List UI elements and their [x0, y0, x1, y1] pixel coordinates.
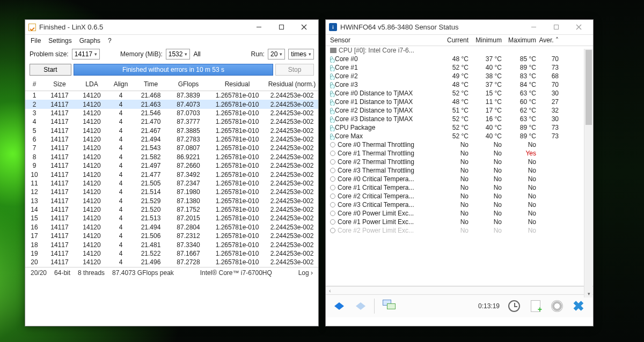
- linx-column-header[interactable]: #: [25, 79, 43, 91]
- sensor-row[interactable]: Core #348 °C37 °C84 °C70: [326, 80, 593, 89]
- minimize-button[interactable]: [247, 21, 270, 33]
- problem-size-combo[interactable]: 14117▾: [72, 49, 100, 60]
- scrollbar-thumb[interactable]: [586, 50, 592, 125]
- table-row[interactable]: 191411714120421.52287.16671.265781e-0102…: [25, 249, 318, 258]
- scroll-left-icon[interactable]: ‹: [329, 287, 331, 294]
- log-button[interactable]: [526, 298, 545, 314]
- hwinfo-column-header[interactable]: Current: [437, 36, 469, 44]
- menu-settings[interactable]: Settings: [48, 37, 71, 44]
- hwinfo-hscroll[interactable]: ‹ ›: [326, 286, 593, 294]
- table-row[interactable]: 151411714120421.51387.20151.265781e-0102…: [25, 214, 318, 222]
- sensor-maximum: 89 °C: [502, 64, 536, 71]
- thermometer-icon: [330, 116, 333, 122]
- close-button[interactable]: [567, 21, 590, 33]
- menu-graphs[interactable]: Graphs: [79, 37, 100, 44]
- sensor-row[interactable]: Core #2 Power Limit Exc...NoNoNo: [326, 226, 593, 235]
- status-log-link[interactable]: Log ›: [298, 269, 313, 277]
- memory-combo[interactable]: 1532▾: [166, 49, 191, 60]
- sensor-name: Core #0 Thermal Throttling: [338, 141, 414, 148]
- run-unit-combo[interactable]: times▾: [288, 49, 314, 60]
- sensor-row[interactable]: Core #0 Critical Tempera...NoNoNo: [326, 175, 593, 183]
- menu-file[interactable]: File: [31, 37, 41, 44]
- sensor-row[interactable]: Core #3 Distance to TjMAX52 °C16 °C63 °C…: [326, 115, 593, 123]
- sensor-row[interactable]: Core #3 Thermal ThrottlingNoNoNo: [326, 166, 593, 175]
- linx-titlebar[interactable]: Finished - LinX 0.6.5: [25, 20, 318, 35]
- hwinfo-column-header[interactable]: Maximum: [502, 36, 536, 44]
- circle-icon: [330, 228, 335, 233]
- hwinfo-vscrollbar[interactable]: ▴ ▾: [584, 49, 592, 298]
- hwinfo-column-header[interactable]: Sensor: [330, 36, 437, 44]
- sensor-name: Core #1: [335, 64, 358, 71]
- linx-column-header[interactable]: Time: [134, 79, 168, 91]
- table-row[interactable]: 161411714120421.49487.28041.265781e-0102…: [25, 223, 318, 232]
- linx-column-header[interactable]: GFlops: [168, 79, 209, 91]
- menu-help[interactable]: ?: [108, 37, 112, 44]
- table-row[interactable]: 171411714120421.50687.23121.265781e-0102…: [25, 232, 318, 240]
- sensor-current: No: [437, 158, 469, 166]
- sensor-row[interactable]: Core #3 Critical Tempera...NoNoNo: [326, 200, 593, 209]
- thermometer-icon: [330, 56, 333, 62]
- stop-button[interactable]: Stop: [275, 64, 314, 76]
- table-row[interactable]: 11411714120421.46887.38391.265781e-0102.…: [25, 91, 318, 100]
- sensor-row[interactable]: Core #152 °C40 °C89 °C73: [326, 63, 593, 72]
- minimize-button[interactable]: [522, 21, 545, 33]
- nav-prev-next-dim-button[interactable]: [352, 298, 370, 314]
- maximize-button[interactable]: [270, 21, 292, 33]
- scroll-down-icon[interactable]: ▾: [584, 289, 593, 298]
- hwinfo-column-header[interactable]: Aver. ˄: [536, 36, 559, 44]
- sensor-maximum: Yes: [502, 150, 536, 157]
- maximize-button[interactable]: [545, 21, 567, 33]
- sensor-row[interactable]: Core #1 Distance to TjMAX48 °C11 °C60 °C…: [326, 98, 593, 106]
- table-row[interactable]: 201411714120421.49687.27281.265781e-0102…: [25, 258, 318, 266]
- table-row[interactable]: 41411714120421.47087.37771.265781e-0102.…: [25, 117, 318, 126]
- sensor-row[interactable]: Core #1 Power Limit Exc...NoNoNo: [326, 218, 593, 226]
- start-button[interactable]: Start: [30, 64, 71, 76]
- table-row[interactable]: 61411714120421.49487.27831.265781e-0102.…: [25, 135, 318, 144]
- table-row[interactable]: 31411714120421.54687.07031.265781e-0102.…: [25, 109, 318, 117]
- linx-column-header[interactable]: LDA: [76, 79, 108, 91]
- table-row[interactable]: 131411714120421.52987.13801.265781e-0102…: [25, 197, 318, 205]
- sensor-row[interactable]: Core #2 Distance to TjMAX51 °C17 °C62 °C…: [326, 106, 593, 115]
- hwinfo-column-header[interactable]: Minimum: [469, 36, 502, 44]
- close-sensors-button[interactable]: ✖: [569, 298, 588, 314]
- sensor-row[interactable]: Core #0 Distance to TjMAX52 °C15 °C63 °C…: [326, 89, 593, 98]
- clock-button[interactable]: [505, 298, 523, 314]
- hwinfo-titlebar[interactable]: i HWiNFO64 v5.86-3480 Sensor Status: [326, 20, 593, 35]
- sensor-row[interactable]: Core #048 °C37 °C85 °C70: [326, 55, 593, 63]
- sensor-current: 52 °C: [437, 132, 469, 140]
- nav-prev-next-button[interactable]: [330, 298, 348, 314]
- table-row[interactable]: 51411714120421.46787.38851.265781e-0102.…: [25, 127, 318, 135]
- linx-column-header[interactable]: Align: [108, 79, 134, 91]
- sensor-row[interactable]: Core #0 Thermal ThrottlingNoNoNo: [326, 140, 593, 149]
- sensor-row[interactable]: Core #2 Critical Tempera...NoNoNo: [326, 192, 593, 200]
- linx-column-header[interactable]: Size: [43, 79, 76, 91]
- sensor-row[interactable]: Core Max52 °C40 °C89 °C73: [326, 132, 593, 140]
- remote-button[interactable]: [379, 298, 397, 314]
- sensor-row[interactable]: CPU Package52 °C40 °C89 °C73: [326, 123, 593, 132]
- close-button[interactable]: [292, 21, 315, 33]
- sensor-row[interactable]: Core #1 Thermal ThrottlingNoNoYes: [326, 149, 593, 158]
- sensor-group-row[interactable]: CPU [#0]: Intel Core i7-6...: [326, 46, 593, 55]
- sensor-row[interactable]: Core #2 Thermal ThrottlingNoNoNo: [326, 158, 593, 166]
- sensor-row[interactable]: Core #0 Power Limit Exc...NoNoNo: [326, 209, 593, 218]
- sensor-row[interactable]: Core #1 Critical Tempera...NoNoNo: [326, 183, 593, 192]
- run-count-combo[interactable]: 20▾: [268, 49, 285, 60]
- table-row[interactable]: 181411714120421.48187.33401.265781e-0102…: [25, 240, 318, 249]
- hwinfo-header-row[interactable]: SensorCurrentMinimumMaximumAver. ˄: [326, 35, 593, 46]
- memory-mode[interactable]: All: [193, 50, 200, 58]
- linx-column-header[interactable]: Residual (norm.): [266, 79, 318, 91]
- table-row[interactable]: 121411714120421.51487.19801.265781e-0102…: [25, 188, 318, 196]
- table-row[interactable]: 81411714120421.58286.92211.265781e-0102.…: [25, 153, 318, 161]
- linx-column-header[interactable]: Residual: [209, 79, 266, 91]
- table-row[interactable]: 21411714120421.46387.40731.265781e-0102.…: [25, 100, 318, 108]
- table-row[interactable]: 111411714120421.50587.23471.265781e-0102…: [25, 179, 318, 188]
- table-row[interactable]: 71411714120421.54387.08071.265781e-0102.…: [25, 144, 318, 152]
- sensor-current: 52 °C: [437, 90, 469, 97]
- table-row[interactable]: 101411714120421.47787.34921.265781e-0102…: [25, 170, 318, 179]
- sensor-row[interactable]: Core #249 °C38 °C83 °C68: [326, 72, 593, 80]
- table-row[interactable]: 141411714120421.52087.17521.265781e-0102…: [25, 205, 318, 214]
- table-row[interactable]: 91411714120421.49787.26601.265781e-0102.…: [25, 161, 318, 170]
- hwinfo-sensor-list[interactable]: CPU [#0]: Intel Core i7-6...Core #048 °C…: [326, 46, 593, 286]
- sensor-name: Core #3 Thermal Throttling: [338, 167, 414, 174]
- settings-button[interactable]: [548, 298, 566, 314]
